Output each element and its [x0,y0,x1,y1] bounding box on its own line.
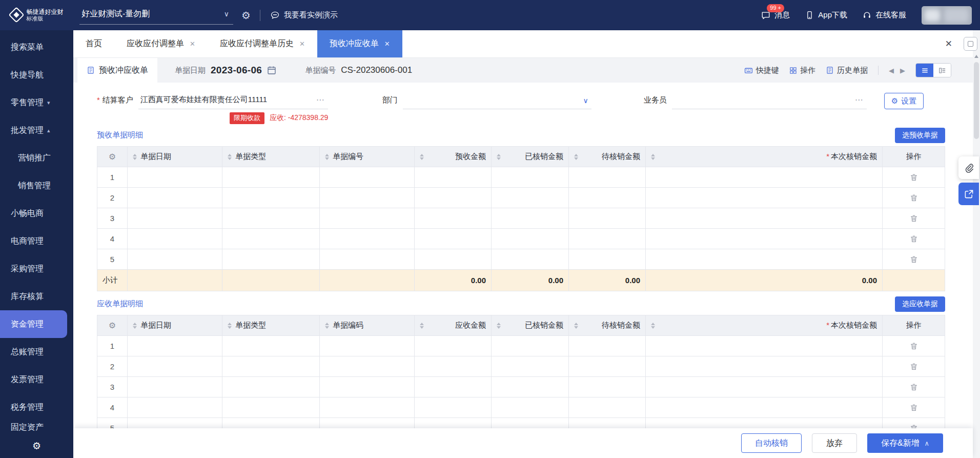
column-settings-icon[interactable]: ⚙ [109,152,116,162]
delete-row-icon[interactable] [910,383,918,391]
close-icon[interactable]: ✕ [384,40,390,48]
sort-icon[interactable] [497,323,501,329]
customer-field[interactable]: 江西真可爱布娃娃有限责任公司11111 ⋯ [138,95,328,109]
form-icon [87,66,95,74]
doc-date-value[interactable]: 2023-06-06 [211,65,262,76]
sort-icon[interactable] [420,323,424,329]
sort-icon[interactable] [574,323,578,329]
tab-adjust-history[interactable]: 应收应付调整单历史 ✕ [208,30,317,57]
logo-title: 畅捷通好业财 [27,8,64,15]
online-service-button[interactable]: 在线客服 [863,10,906,20]
table-row: 5 [97,249,945,270]
detail-view-toggle[interactable] [933,64,951,77]
delete-row-icon[interactable] [910,255,918,264]
close-icon[interactable]: ✕ [299,40,305,48]
sidebar-item-quick-nav[interactable]: 快捷导航 [0,61,73,89]
messages-button[interactable]: 99 + 消息 [761,10,790,20]
delete-row-icon[interactable] [910,173,918,182]
department-field[interactable]: ∨ [403,96,591,109]
attachment-button[interactable] [958,156,979,179]
headset-icon [863,11,871,19]
operations-button[interactable]: 操作 [789,66,815,75]
tab-bar: 首页 应收应付调整单 ✕ 应收应付调整单历史 ✕ 预收冲应收单 ✕ ✕ [73,30,980,58]
sort-icon[interactable] [574,154,578,160]
sidebar-item-purchase[interactable]: 采购管理 [0,255,73,283]
expand-window-button[interactable] [958,183,979,205]
delete-row-icon[interactable] [910,235,918,243]
select-receivable-docs-button[interactable]: 选应收单据 [895,296,945,312]
sidebar-settings-gear-icon[interactable]: ⚙ [0,433,73,458]
table-row: 4 [97,229,945,249]
overdue-badge: 限期收款 [230,112,264,124]
scrollbar-up-arrow[interactable] [974,55,978,58]
sidebar-item-inventory[interactable]: 库存核算 [0,283,73,310]
scrollbar-thumb[interactable] [974,62,979,139]
select-precollect-docs-button[interactable]: 选预收单据 [895,128,945,143]
doc-no-value: CS-20230606-001 [341,65,412,75]
subtotal-row: 小计 0.00 0.00 0.00 0.00 [97,270,945,291]
column-settings-icon[interactable]: ⚙ [109,321,116,330]
sort-icon[interactable] [325,323,329,329]
tab-offset-active[interactable]: 预收冲应收单 ✕ [317,30,402,57]
sidebar-item-xiaochang-ecommerce[interactable]: 小畅电商 [0,200,73,227]
sort-icon[interactable] [420,154,424,160]
close-tab-icon[interactable]: ✕ [945,38,952,49]
save-and-new-button[interactable]: 保存&新增 ∧ [867,433,943,453]
calendar-icon[interactable] [267,66,276,75]
list-view-toggle[interactable] [916,64,933,77]
doc-date-label: 单据日期 [175,66,206,75]
inner-tab-offset-doc[interactable]: 预收冲应收单 [77,58,157,83]
sidebar-item-sales[interactable]: 销售管理 [0,172,73,200]
delete-row-icon[interactable] [910,194,918,202]
sidebar-item-general-ledger[interactable]: 总账管理 [0,338,73,366]
auto-writeoff-button[interactable]: 自动核销 [741,433,802,453]
discard-button[interactable]: 放弃 [812,433,857,453]
delete-row-icon[interactable] [910,214,918,223]
sort-icon[interactable] [651,323,655,329]
sort-icon[interactable] [497,154,501,160]
tab-home[interactable]: 首页 [73,30,114,57]
history-docs-button[interactable]: 历史单据 [826,66,868,75]
delete-row-icon[interactable] [910,342,918,350]
account-select[interactable]: 好业财测试-量勿删 ∨ [79,6,233,25]
receivable-section-title: 应收单据明细 [97,299,143,312]
sidebar-item-retail[interactable]: 零售管理▾ [0,89,73,116]
sort-icon[interactable] [651,154,655,160]
sort-icon[interactable] [228,154,232,160]
sidebar-item-funds[interactable]: 资金管理 [0,310,67,338]
user-avatar-blurred[interactable] [922,6,972,25]
sort-icon[interactable] [228,323,232,329]
settings-gear-icon[interactable]: ⚙ [241,9,251,22]
settings-button[interactable]: ⚙ 设置 [884,93,924,109]
table-row: 4 [97,397,945,418]
ellipsis-picker-icon[interactable]: ⋯ [855,95,864,105]
demo-link[interactable]: 我要看实例演示 [271,10,338,20]
delete-row-icon[interactable] [910,363,918,371]
vertical-scrollbar[interactable] [973,30,980,458]
speech-bubble-icon [271,11,279,19]
prev-doc-icon[interactable]: ◀ [889,67,894,74]
doc-no-label: 单据编号 [305,66,336,75]
tab-adjust[interactable]: 应收应付调整单 ✕ [114,30,208,57]
sidebar-item-tax[interactable]: 税务管理 [0,393,73,421]
next-doc-icon[interactable]: ▶ [900,67,905,74]
salesman-field[interactable]: ⋯ [672,95,867,109]
app-download-button[interactable]: App下载 [805,10,847,20]
sort-icon[interactable] [133,323,137,329]
sidebar-item-search-menu[interactable]: 搜索菜单 [0,33,73,61]
sidebar-item-invoice[interactable]: 发票管理 [0,366,73,393]
sort-icon[interactable] [133,154,137,160]
ellipsis-picker-icon[interactable]: ⋯ [316,95,325,105]
close-icon[interactable]: ✕ [190,40,195,48]
sort-icon[interactable] [325,154,329,160]
chevron-down-icon[interactable]: ∨ [583,96,588,105]
sidebar-item-ecommerce[interactable]: 电商管理 [0,227,73,255]
sidebar-item-fixed-assets[interactable]: 固定资产 [0,421,73,431]
app-download-label: App下载 [818,10,847,20]
delete-row-icon[interactable] [910,404,918,412]
sidebar-item-wholesale[interactable]: 批发管理▴ [0,116,73,144]
panel-toggle-icon[interactable] [964,37,977,51]
sidebar-item-marketing[interactable]: 营销推广 [0,144,73,172]
shortcut-keys-button[interactable]: 快捷键 [744,66,779,75]
customer-label: 结算客户 [97,95,133,109]
